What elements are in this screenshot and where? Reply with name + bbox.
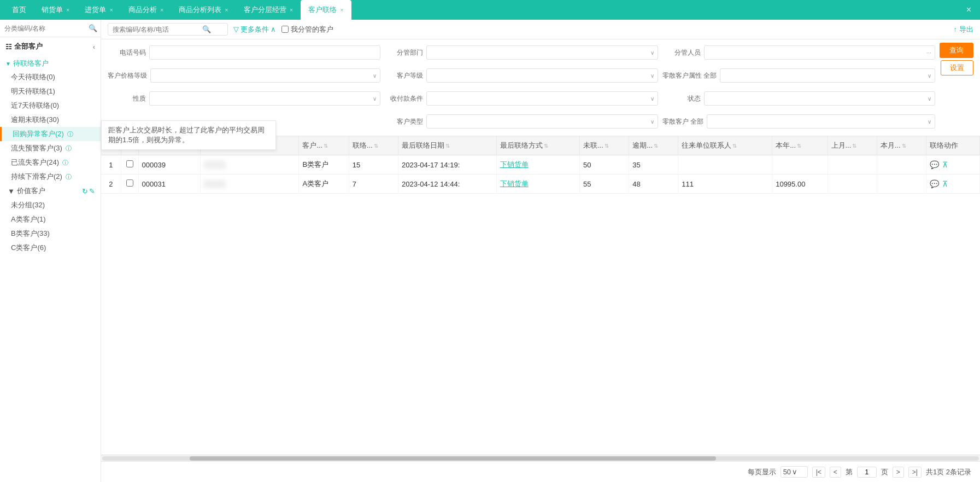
more-conditions-btn[interactable]: ▽ 更多条件 ∧	[233, 25, 276, 34]
nav-sales-order[interactable]: 销货单 ×	[34, 0, 77, 20]
sidebar-search-bar: 🔍	[0, 20, 101, 37]
filter-row-2: 客户价格等级 ∨ 客户等级 ∨	[108, 66, 935, 85]
row-1-checkbox[interactable]	[126, 160, 133, 167]
last-method-cell-1[interactable]: 下销货单	[496, 155, 579, 175]
refresh-icon[interactable]: ↻	[82, 187, 88, 195]
sidebar-item-churn-warning[interactable]: 流失预警客户(3) ⓘ	[0, 141, 101, 155]
my-customers-check[interactable]	[281, 26, 289, 33]
nature-arrow: ∨	[373, 96, 377, 102]
nav-customer-segmentation-close[interactable]: ×	[290, 7, 293, 13]
nav-home[interactable]: 首页	[4, 0, 34, 20]
sidebar-item-churned[interactable]: 已流失客户(24) ⓘ	[0, 155, 101, 170]
filter-search-input[interactable]	[113, 26, 200, 33]
th-last-contact-method: 最后联络方式 ⇅	[496, 136, 579, 155]
sidebar-item-ungroup[interactable]: 未分组(32)	[0, 198, 101, 212]
sort-icon-last-month[interactable]: ⇅	[852, 143, 856, 149]
status-select[interactable]: ∨	[704, 91, 935, 106]
scatter-customer-select[interactable]: ∨	[707, 114, 935, 129]
sort-icon-category[interactable]: ⇅	[324, 143, 328, 149]
chat-icon-2[interactable]: 💬	[930, 179, 939, 188]
nav-product-analysis-list[interactable]: 商品分析列表 ×	[171, 0, 236, 20]
next-page-btn[interactable]: >	[893, 467, 904, 478]
sidebar-group-value-customers[interactable]: ▼ 价值客户 ↻ ✎	[0, 184, 101, 198]
per-page-select[interactable]: 50 ∨	[781, 466, 808, 478]
sort-icon-overdue[interactable]: ⇅	[654, 143, 658, 149]
nav-customer-contact[interactable]: 客户联络 ×	[301, 0, 351, 20]
first-page-btn[interactable]: |<	[812, 467, 825, 478]
scrollbar-thumb[interactable]	[190, 456, 715, 461]
filter-label-payment: 收付款条件	[385, 94, 423, 103]
dept-select[interactable]: ∨	[426, 45, 658, 60]
sidebar-item-overdue-contact[interactable]: 逾期未联络(30)	[0, 113, 101, 127]
edit-icon[interactable]: ✎	[89, 187, 95, 195]
current-year-cell-1	[772, 155, 828, 175]
settings-button[interactable]: 设置	[941, 60, 973, 76]
sort-icon-last-date[interactable]: ⇅	[445, 143, 450, 149]
scatter-customer-arrow: ∨	[928, 119, 931, 125]
customer-type-select[interactable]: ∨	[426, 114, 658, 129]
nav-customer-segmentation[interactable]: 客户分层经营 ×	[236, 0, 301, 20]
sidebar-item-declining[interactable]: 持续下滑客户(2) ⓘ	[0, 170, 101, 184]
close-all-button[interactable]: ×	[962, 5, 976, 15]
sort-icon-current-year[interactable]: ⇅	[797, 143, 801, 149]
nav-purchase-order-close[interactable]: ×	[109, 7, 113, 13]
sidebar-item-class-b[interactable]: B类客户(33)	[0, 227, 101, 241]
customer-level-arrow: ∨	[650, 73, 654, 79]
customer-type-arrow: ∨	[650, 119, 654, 125]
nav-sales-order-close[interactable]: ×	[66, 7, 69, 13]
sort-icon-contacts[interactable]: ⇅	[374, 143, 378, 149]
nav-customer-contact-close[interactable]: ×	[340, 7, 343, 13]
sidebar-item-7day-contact[interactable]: 近7天待联络(0)	[0, 98, 101, 113]
nav-product-analysis[interactable]: 商品分析 ×	[121, 0, 171, 20]
price-level-select[interactable]: ∨	[150, 68, 380, 83]
sidebar-item-class-c[interactable]: C类客户(6)	[0, 241, 101, 255]
sidebar-search-input[interactable]	[4, 25, 86, 32]
sidebar-item-tomorrow-contact[interactable]: 明天待联络(1)	[0, 84, 101, 98]
action-icons-2: 💬 ⊼	[930, 179, 976, 188]
overdue-cell-2: 48	[629, 175, 678, 194]
data-table-wrapper: ⚙ 客户编码 ⇅ 客户名称	[101, 136, 980, 455]
horizontal-scrollbar[interactable]	[101, 455, 980, 461]
grid-action-icon-1[interactable]: ⊼	[942, 160, 948, 169]
filter-cell-scatter-customer: 零散客户 全部 ∨	[662, 114, 935, 129]
info-icon-churned: ⓘ	[62, 159, 68, 166]
query-button[interactable]: 查询	[940, 43, 973, 58]
last-method-cell-2[interactable]: 下销货单	[496, 175, 579, 194]
nav-product-analysis-close[interactable]: ×	[160, 7, 163, 13]
my-customers-checkbox[interactable]: 我分管的客户	[281, 25, 333, 34]
tooltip-box: 距客户上次交易时长，超过了此客户的平均交易周期的1.5倍，则视为异常。	[101, 120, 276, 150]
sidebar-search-icon[interactable]: 🔍	[89, 24, 97, 32]
sidebar-item-class-a[interactable]: A类客户(1)	[0, 212, 101, 227]
sidebar-collapse-btn[interactable]: ‹	[93, 43, 95, 51]
sidebar-all-customers[interactable]: ☷ 全部客户 ‹	[0, 37, 101, 56]
filter-search-icon[interactable]: 🔍	[202, 25, 211, 33]
page-number-input[interactable]	[857, 467, 877, 478]
sidebar-item-repurchase-abnormal[interactable]: 回购异常客户(2) ⓘ	[0, 127, 101, 141]
grid-action-icon-2[interactable]: ⊼	[942, 179, 948, 188]
nature-select[interactable]: ∨	[149, 91, 380, 106]
sidebar-item-today-contact[interactable]: 今天待联络(0)	[0, 70, 101, 84]
name-cell-2: ​​​​	[200, 175, 299, 194]
nav-purchase-order[interactable]: 进货单 ×	[77, 0, 120, 20]
export-button[interactable]: ↑ 导出	[954, 25, 974, 34]
filter-search-box: 🔍	[108, 23, 228, 36]
sort-icon-this-month[interactable]: ⇅	[902, 143, 906, 149]
contacts-cell-2: 7	[349, 175, 398, 194]
export-icon: ↑	[954, 25, 958, 33]
person-select[interactable]: ···	[704, 45, 935, 60]
sidebar-group-pending-contact[interactable]: ▼ 待联络客户	[0, 56, 101, 70]
sort-icon-last-method[interactable]: ⇅	[544, 143, 548, 149]
filter-actions: 查询 设置	[940, 43, 973, 131]
chat-icon-1[interactable]: 💬	[930, 160, 939, 169]
contacts-person-cell-2: 111	[678, 175, 772, 194]
customer-level-select[interactable]: ∨	[426, 68, 658, 83]
scatter-attr-select[interactable]: ∨	[720, 68, 935, 83]
nav-product-analysis-list-close[interactable]: ×	[225, 7, 228, 13]
payment-select[interactable]: ∨	[426, 91, 658, 106]
last-page-btn[interactable]: >|	[908, 467, 922, 478]
phone-input[interactable]	[149, 45, 380, 60]
row-2-checkbox[interactable]	[126, 179, 133, 187]
prev-page-btn[interactable]: <	[830, 467, 841, 478]
sort-icon-contacts-person[interactable]: ⇅	[732, 143, 737, 149]
sort-icon-uncontacted[interactable]: ⇅	[605, 143, 609, 149]
